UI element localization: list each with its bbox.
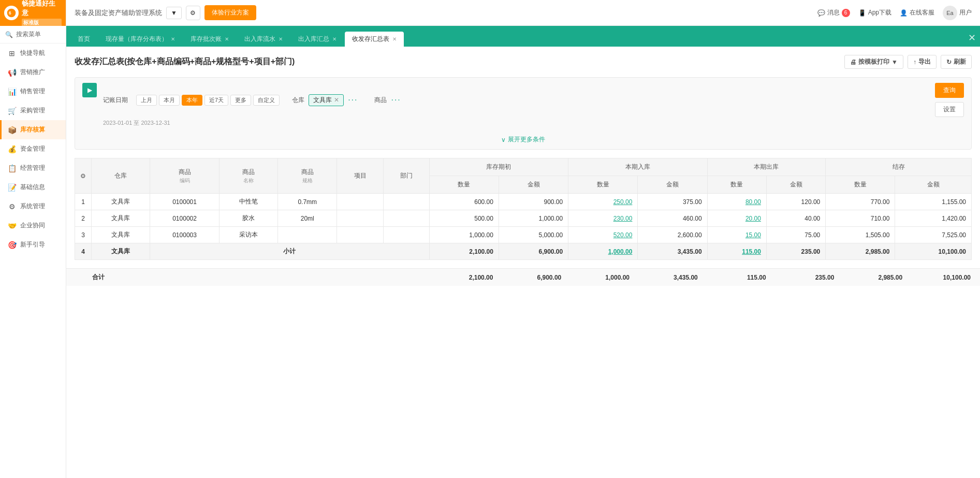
operations-icon: 📋 — [8, 164, 16, 172]
date-filter-label: 记账日期 — [103, 96, 128, 105]
date-btn-7days[interactable]: 近7天 — [204, 95, 228, 106]
subtotal-out-qty[interactable]: 115.00 — [707, 243, 766, 260]
row2-bal-qty: 710.00 — [826, 210, 895, 227]
sidebar-item-marketing[interactable]: 📢 营销推广 — [0, 63, 66, 82]
tab-inout-flow[interactable]: 出入库流水 ✕ — [237, 32, 290, 47]
sidebar-item-purchase[interactable]: 🛒 采购管理 — [0, 101, 66, 120]
subtotal-in-qty[interactable]: 1,000.00 — [568, 243, 638, 260]
total-open-qty: 2,100.00 — [426, 273, 493, 282]
sidebar-item-operations[interactable]: 📋 经营管理 — [0, 158, 66, 178]
sidebar-item-label: 快捷导航 — [20, 49, 45, 57]
row1-open-qty: 600.00 — [429, 194, 499, 210]
sidebar-item-finance[interactable]: 💰 资金管理 — [0, 139, 66, 158]
settings-button[interactable]: ⚙ — [186, 6, 200, 20]
sidebar-item-base[interactable]: 📝 基础信息 — [0, 178, 66, 197]
page-title-row: 收发存汇总表(按仓库+商品编码+商品+规格型号+项目+部门) 🖨 按模板打印 ▼… — [75, 55, 972, 69]
tab-flow-close[interactable]: ✕ — [279, 36, 283, 42]
row1-out-qty[interactable]: 80.00 — [707, 194, 766, 210]
date-btn-custom[interactable]: 自定义 — [253, 95, 280, 106]
tab-recv-send[interactable]: 收发存汇总表 ✕ — [345, 32, 404, 47]
sidebar-item-enterprise[interactable]: 🤝 企业协同 — [0, 216, 66, 235]
tab-batch-ledger[interactable]: 库存批次账 ✕ — [183, 32, 236, 47]
main-area: 装备及固定资产辅助管理系统 ▼ ⚙ 体验行业方案 💬 消息 6 📱 App下载 … — [66, 0, 980, 478]
warehouse-more-dots[interactable]: ··· — [348, 95, 358, 105]
tab-stock-dist[interactable]: 现存量（库存分布表） ✕ — [98, 32, 182, 47]
row1-warehouse: 文具库 — [92, 194, 150, 210]
search-label: 搜索菜单 — [16, 30, 41, 39]
sidebar-item-label: 企业协同 — [20, 221, 45, 230]
row1-project — [337, 194, 383, 210]
app-name: 畅捷通好生意 — [22, 0, 62, 18]
close-all-tabs[interactable]: ✕ — [968, 32, 976, 47]
print-button[interactable]: 🖨 按模板打印 ▼ — [844, 55, 903, 69]
tab-recv-close[interactable]: ✕ — [392, 36, 397, 42]
row1-in-qty[interactable]: 250.00 — [568, 194, 638, 210]
row1-no: 1 — [75, 194, 92, 210]
settings-btn[interactable]: 设置 — [935, 102, 964, 117]
system-icon: ⚙ — [8, 202, 16, 211]
tab-batch-close[interactable]: ✕ — [225, 36, 229, 42]
quick-nav-icon: ⊞ — [8, 49, 16, 57]
total-in-qty: 1,000.00 — [562, 273, 630, 282]
tab-inout-close[interactable]: ✕ — [332, 36, 337, 42]
row1-open-amt: 900.00 — [499, 194, 568, 210]
marketing-icon: 📢 — [8, 68, 16, 77]
date-btn-prev-month[interactable]: 上月 — [136, 95, 157, 106]
export-icon: ↑ — [913, 59, 916, 66]
sidebar-item-sales[interactable]: 📊 销售管理 — [0, 82, 66, 101]
sidebar-item-inventory[interactable]: 📦 库存核算 — [0, 120, 66, 139]
sidebar-item-quick-nav[interactable]: ⊞ 快捷导航 — [0, 44, 66, 63]
warehouse-remove[interactable]: ✕ — [334, 96, 339, 104]
row3-open-amt: 5,000.00 — [499, 227, 568, 243]
sidebar-item-label: 经营管理 — [20, 164, 45, 172]
messages-button[interactable]: 💬 消息 6 — [817, 8, 850, 17]
total-open-amt: 6,900.00 — [494, 273, 561, 282]
row3-in-qty[interactable]: 520.00 — [568, 227, 638, 243]
sidebar-item-guide[interactable]: 🎯 新手引导 — [0, 235, 66, 254]
export-button[interactable]: ↑ 导出 — [908, 55, 937, 69]
total-in-amt: 3,435.00 — [631, 273, 698, 282]
app-download-button[interactable]: 📱 App下载 — [858, 8, 891, 17]
sidebar-item-system[interactable]: ⚙ 系统管理 — [0, 197, 66, 216]
row1-code: 0100001 — [150, 194, 219, 210]
warehouse-label: 仓库 — [292, 96, 304, 105]
goods-filter: 商品 ··· — [374, 95, 401, 105]
query-button[interactable]: 查询 — [935, 83, 964, 98]
tab-inout-summary[interactable]: 出入库汇总 ✕ — [291, 32, 344, 47]
row2-open-amt: 1,000.00 — [499, 210, 568, 227]
refresh-button[interactable]: ↻ 刷新 — [941, 55, 972, 69]
row3-no: 3 — [75, 227, 92, 243]
user-menu[interactable]: Ea 用户 — [943, 6, 972, 20]
col-settings-header[interactable]: ⚙ — [75, 158, 92, 194]
expand-icon: ∨ — [501, 136, 506, 143]
col-opening-amount-header: 金额 — [499, 176, 568, 194]
subtotal-warehouse: 文具库 — [92, 243, 150, 260]
col-out-qty-header: 数量 — [707, 176, 766, 194]
date-btn-this-month[interactable]: 本月 — [159, 95, 180, 106]
row3-warehouse: 文具库 — [92, 227, 150, 243]
col-spec-header: 商品规格 — [278, 158, 337, 194]
tab-stock-dist-close[interactable]: ✕ — [171, 36, 175, 42]
date-btn-this-year[interactable]: 本年 — [182, 95, 202, 106]
col-opening-header: 库存期初 — [429, 158, 568, 176]
filter-collapse-arrow[interactable]: ▶ — [82, 83, 97, 97]
col-opening-qty-header: 数量 — [429, 176, 499, 194]
row3-dept — [383, 227, 429, 243]
expand-conditions-btn[interactable]: ∨ 展开更多条件 — [501, 135, 545, 144]
row3-out-qty[interactable]: 15.00 — [707, 227, 766, 243]
row2-in-qty[interactable]: 230.00 — [568, 210, 638, 227]
goods-more-dots[interactable]: ··· — [391, 95, 401, 105]
system-selector[interactable]: ▼ — [166, 7, 182, 19]
row2-dept — [383, 210, 429, 227]
search-menu[interactable]: 🔍 搜索菜单 — [0, 26, 66, 44]
tab-home-label: 首页 — [78, 35, 90, 44]
row2-out-qty[interactable]: 20.00 — [707, 210, 766, 227]
total-label: 合计 — [92, 273, 151, 282]
online-service-button[interactable]: 👤 在线客服 — [900, 8, 934, 17]
goods-label: 商品 — [374, 96, 387, 105]
total-out-qty: 115.00 — [699, 273, 766, 282]
tab-home[interactable]: 首页 — [70, 32, 97, 47]
date-btn-more[interactable]: 更多 — [230, 95, 251, 106]
try-button[interactable]: 体验行业方案 — [204, 5, 256, 20]
download-icon: 📱 — [858, 9, 866, 17]
